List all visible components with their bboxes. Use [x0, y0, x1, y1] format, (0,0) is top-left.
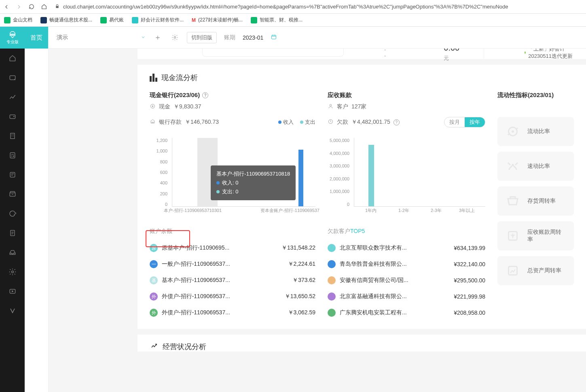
cash-chart[interactable]: 1,200 1,000 800 600 400 200 0 [150, 138, 315, 219]
client-stat: 客户 127家 [328, 103, 485, 110]
metric-icon [506, 229, 520, 243]
account-name: 一般户-招行-1109069537... [162, 261, 230, 268]
badge-icon: 外 [150, 292, 158, 301]
org-name: 演示 [57, 34, 68, 41]
rail-gear-icon[interactable] [4, 263, 21, 281]
svg-rect-0 [56, 6, 59, 8]
badge-icon [328, 260, 336, 268]
bookmark-label: (227封未读邮件)畅... [198, 17, 243, 23]
metric-card[interactable]: 总资产周转率 [497, 256, 574, 285]
settings-button[interactable] [170, 33, 180, 42]
top5-heading: 欠款客户TOP5 [328, 228, 485, 235]
coin-icon [150, 103, 156, 110]
debtor-row[interactable]: 安徽有信商贸有限公司/国...¥295,500.00 [328, 272, 485, 288]
rail-card-icon[interactable] [4, 69, 21, 87]
bookmarks-bar: 金山文档 畅捷通信息技术股... 易代账 好会计云财务软件... M(227封未… [0, 14, 586, 27]
bookmark-icon [40, 17, 47, 23]
app-logo[interactable]: 专业版 [0, 27, 25, 49]
debtor-row[interactable]: 青岛华胜普金科技有限公...¥322,140.00 [328, 256, 485, 272]
news-text: 「上新」好会计20230511迭代更新 [528, 49, 574, 60]
period-label: 账期 [224, 34, 235, 41]
calendar-icon[interactable] [271, 34, 277, 41]
home-button[interactable] [41, 4, 47, 10]
reload-button[interactable] [28, 4, 35, 10]
balance-row[interactable]: 外外债户-招行-1109069537...￥13,650.52 [150, 288, 315, 305]
bookmark-icon [4, 17, 11, 23]
rail-home-icon[interactable] [4, 49, 21, 67]
liquidity-column: 流动性指标(2023/01) 流动比率速动比率存货周转率应收账款周转率总资产周转… [497, 91, 574, 321]
rail-v-icon[interactable] [4, 302, 21, 320]
debtor-row[interactable]: 北京富基融通科技有限公...¥221,999.98 [328, 288, 485, 305]
subnav-home[interactable]: 首页 [25, 27, 48, 49]
amount: ￥131,548.22 [281, 244, 315, 252]
balance-row[interactable]: 基基本户-招行-1109069537...￥373.62 [150, 272, 315, 288]
rail-chart-icon[interactable] [4, 88, 21, 106]
metric-card[interactable]: 速动比率 [497, 152, 574, 181]
browser-toolbar: cloud.chanjet.com/accounting/uw1eb00zy96… [0, 0, 586, 14]
add-button[interactable] [153, 33, 163, 42]
amount: ¥322,140.00 [454, 261, 485, 267]
account-name: 外债户-招行-1109069537... [162, 293, 230, 300]
rail-wallet-icon[interactable] [4, 108, 21, 125]
ar-column: 应收账款 客户 127家 欠款 ￥4,482,001.75 ? [328, 91, 485, 321]
bookmark-item[interactable]: 智能票、财、税推... [251, 17, 303, 23]
metric-card[interactable]: 应收账款周转率 [497, 221, 574, 250]
bookmark-item[interactable]: M(227封未读邮件)畅... [192, 17, 243, 23]
amount: ￥373.62 [292, 277, 315, 284]
bookmark-item[interactable]: 畅捷通信息技术股... [40, 17, 92, 23]
org-selector[interactable]: 演示 [57, 34, 146, 41]
section-title: 现金流分析 [150, 73, 574, 83]
bookmark-item[interactable]: 好会计云财务软件... [132, 17, 184, 23]
help-icon[interactable]: ? [202, 92, 208, 98]
bookmark-label: 金山文档 [13, 17, 32, 23]
debtor-row[interactable]: 广东腾安机电安装工程有...¥208,958.00 [328, 305, 485, 321]
metric-card[interactable]: 流动比率 [497, 117, 574, 146]
back-button[interactable] [3, 4, 10, 10]
svg-rect-5 [10, 153, 15, 158]
amount: ￥3,062.59 [288, 309, 316, 316]
rail-archive-icon[interactable] [4, 185, 21, 203]
svg-rect-4 [11, 133, 15, 138]
badge-icon: 基 [150, 276, 158, 284]
rail-inbox-icon[interactable] [4, 244, 21, 261]
section-title: 经营状况分析 [150, 342, 574, 352]
bank-icon [150, 119, 156, 126]
svg-point-14 [330, 104, 331, 106]
bookmark-label: 好会计云财务软件... [141, 17, 184, 23]
metric-card[interactable]: 存货周转率 [497, 186, 574, 216]
balance-row[interactable]: 外外债户-招行-1109069537...￥3,062.59 [150, 305, 315, 321]
bookmark-label: 智能票、财、税推... [260, 17, 303, 23]
rail-doc-icon[interactable] [4, 224, 21, 242]
ar-chart[interactable]: 5,000,000 4,000,000 3,000,000 2,000,000 … [328, 138, 485, 219]
amount: ￥13,650.52 [285, 293, 315, 300]
rail-calc-icon[interactable] [4, 146, 21, 164]
metric-label: 总资产周转率 [527, 267, 561, 274]
truncated-row: -- 0.00元 「上新」好会计20230511迭代更新 [138, 49, 586, 59]
news-item[interactable]: 「上新」好会计20230511迭代更新 [525, 49, 574, 60]
amount: ¥208,958.00 [454, 309, 485, 316]
balance-heading: 账户余额 [150, 228, 315, 235]
bookmark-item[interactable]: 易代账 [100, 17, 124, 23]
help-icon[interactable]: ? [393, 119, 400, 125]
bookmark-item[interactable]: 金山文档 [4, 17, 32, 23]
rail-building-icon[interactable] [4, 127, 21, 145]
lock-icon [55, 4, 60, 10]
clock-icon [328, 119, 334, 126]
left-rail: 专业版 [0, 27, 25, 392]
toggle-year[interactable]: 按年 [465, 117, 485, 127]
metric-icon [506, 194, 520, 208]
balance-row[interactable]: 原原基本户-招行-11090695...￥131,548.22 [150, 240, 315, 256]
forward-button[interactable] [16, 4, 22, 10]
rail-palette-icon[interactable] [4, 205, 21, 222]
switch-old-button[interactable]: 切到旧版 [187, 32, 217, 43]
url-bar[interactable]: cloud.chanjet.com/accounting/uw1eb00zy96… [51, 2, 583, 12]
balance-row[interactable]: 一一般户-招行-1109069537...￥2,224.61 [150, 256, 315, 272]
metric-label: 速动比率 [527, 163, 550, 170]
toggle-month[interactable]: 按月 [444, 117, 465, 127]
period-toggle: 按月 按年 [444, 117, 485, 127]
x-axis: 1年内 1-2年 2-3年 3年以上 [354, 208, 485, 219]
rail-receipt-icon[interactable] [4, 166, 21, 184]
legend: 收入 支出 [278, 119, 315, 126]
debtor-row[interactable]: 北京互帮联众数字技术有...¥634,139.99 [328, 240, 485, 256]
rail-video-icon[interactable] [4, 282, 21, 300]
